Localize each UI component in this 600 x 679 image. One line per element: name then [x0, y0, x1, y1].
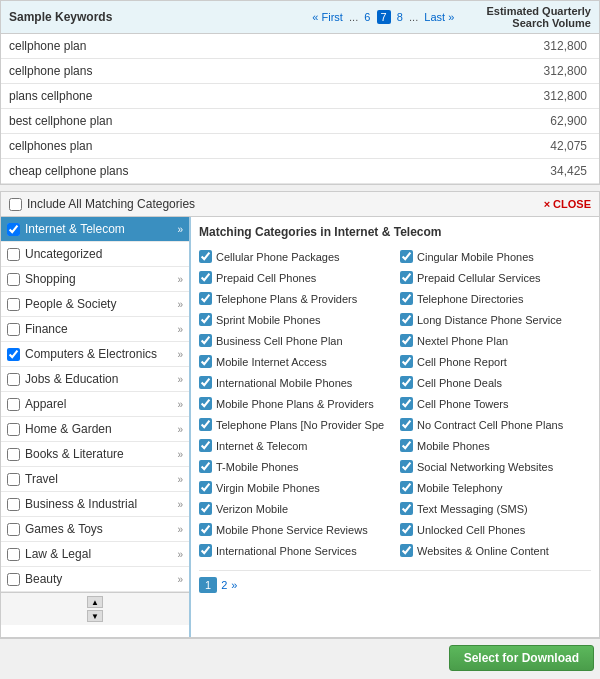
- sidebar-item-home-garden[interactable]: Home & Garden »: [1, 417, 189, 442]
- rp-page1[interactable]: 1: [199, 577, 217, 593]
- close-button[interactable]: × CLOSE: [544, 198, 591, 210]
- matching-checkbox[interactable]: [199, 418, 212, 431]
- dots2: ...: [409, 11, 418, 23]
- matching-item: Mobile Phone Plans & Providers: [199, 394, 390, 413]
- matching-checkbox[interactable]: [400, 418, 413, 431]
- sidebar-checkbox-beauty[interactable]: [7, 573, 20, 586]
- sidebar-item-law-legal[interactable]: Law & Legal »: [1, 542, 189, 567]
- matching-checkbox[interactable]: [199, 334, 212, 347]
- matching-checkbox[interactable]: [400, 250, 413, 263]
- sidebar-item-games-toys[interactable]: Games & Toys »: [1, 517, 189, 542]
- page7-current[interactable]: 7: [377, 10, 391, 24]
- matching-checkbox[interactable]: [199, 292, 212, 305]
- sidebar-checkbox-internet-telecom[interactable]: [7, 223, 20, 236]
- sidebar-checkbox-people-society[interactable]: [7, 298, 20, 311]
- right-panel: Matching Categories in Internet & Teleco…: [191, 217, 599, 637]
- matching-checkbox[interactable]: [199, 544, 212, 557]
- sidebar-checkbox-uncategorized[interactable]: [7, 248, 20, 261]
- last-page-link[interactable]: Last »: [424, 11, 454, 23]
- arrow-icon: »: [177, 399, 183, 410]
- matching-item: No Contract Cell Phone Plans: [400, 415, 591, 434]
- matching-checkbox[interactable]: [400, 292, 413, 305]
- matching-checkbox[interactable]: [199, 460, 212, 473]
- matching-checkbox[interactable]: [199, 502, 212, 515]
- sidebar-checkbox-finance[interactable]: [7, 323, 20, 336]
- matching-item-text: Cingular Mobile Phones: [417, 251, 534, 263]
- matching-checkbox[interactable]: [400, 439, 413, 452]
- first-page-link[interactable]: « First: [312, 11, 343, 23]
- sidebar-item-beauty[interactable]: Beauty »: [1, 567, 189, 592]
- matching-checkbox[interactable]: [400, 376, 413, 389]
- matching-checkbox[interactable]: [400, 544, 413, 557]
- sidebar-item-internet-telecom[interactable]: Internet & Telecom »: [1, 217, 189, 242]
- matching-checkbox[interactable]: [400, 271, 413, 284]
- matching-checkbox[interactable]: [199, 481, 212, 494]
- matching-item: Mobile Internet Access: [199, 352, 390, 371]
- matching-checkbox[interactable]: [199, 439, 212, 452]
- sidebar-checkbox-shopping[interactable]: [7, 273, 20, 286]
- sidebar-item-travel[interactable]: Travel »: [1, 467, 189, 492]
- matching-checkbox[interactable]: [400, 460, 413, 473]
- matching-checkbox[interactable]: [400, 523, 413, 536]
- matching-checkbox[interactable]: [400, 334, 413, 347]
- sidebar-item-finance[interactable]: Finance »: [1, 317, 189, 342]
- matching-checkbox[interactable]: [199, 250, 212, 263]
- matching-item-text: Long Distance Phone Service: [417, 314, 562, 326]
- sidebar-item-uncategorized[interactable]: Uncategorized: [1, 242, 189, 267]
- page8-link[interactable]: 8: [397, 11, 403, 23]
- sidebar-checkbox-travel[interactable]: [7, 473, 20, 486]
- matching-item: Telephone Plans & Providers: [199, 289, 390, 308]
- matching-item-text: Virgin Mobile Phones: [216, 482, 320, 494]
- rp-next-link[interactable]: »: [231, 579, 237, 591]
- include-all-label[interactable]: Include All Matching Categories: [9, 197, 195, 211]
- sidebar-checkbox-computers-electronics[interactable]: [7, 348, 20, 361]
- matching-checkbox[interactable]: [400, 313, 413, 326]
- include-all-checkbox[interactable]: [9, 198, 22, 211]
- sidebar-item-shopping[interactable]: Shopping »: [1, 267, 189, 292]
- sidebar-checkbox-business-industrial[interactable]: [7, 498, 20, 511]
- matching-item-text: Mobile Phone Plans & Providers: [216, 398, 374, 410]
- sidebar-checkbox-apparel[interactable]: [7, 398, 20, 411]
- sidebar-item-computers-electronics[interactable]: Computers & Electronics »: [1, 342, 189, 367]
- matching-checkbox[interactable]: [400, 397, 413, 410]
- sidebar-checkbox-jobs-education[interactable]: [7, 373, 20, 386]
- sidebar-label-apparel: Apparel: [25, 397, 177, 411]
- matching-checkbox[interactable]: [199, 397, 212, 410]
- matching-item: International Mobile Phones: [199, 373, 390, 392]
- table-row: cellphone plan 312,800: [1, 34, 599, 59]
- sidebar-checkbox-books-literature[interactable]: [7, 448, 20, 461]
- matching-checkbox[interactable]: [199, 376, 212, 389]
- keywords-title: Sample Keywords: [9, 10, 312, 24]
- sidebar-item-books-literature[interactable]: Books & Literature »: [1, 442, 189, 467]
- download-button[interactable]: Select for Download: [449, 645, 594, 671]
- volume-cell: 312,800: [408, 34, 599, 59]
- matching-checkbox[interactable]: [199, 313, 212, 326]
- sidebar-checkbox-law-legal[interactable]: [7, 548, 20, 561]
- rp-page2-link[interactable]: 2: [221, 579, 227, 591]
- arrow-icon: »: [177, 549, 183, 560]
- matching-checkbox[interactable]: [199, 355, 212, 368]
- include-all-text: Include All Matching Categories: [27, 197, 195, 211]
- scroll-up-btn[interactable]: ▲: [87, 596, 103, 608]
- table-row: cheap cellphone plans 34,425: [1, 159, 599, 184]
- scroll-down-btn[interactable]: ▼: [87, 610, 103, 622]
- page6-link[interactable]: 6: [364, 11, 370, 23]
- sidebar-item-business-industrial[interactable]: Business & Industrial »: [1, 492, 189, 517]
- matching-checkbox[interactable]: [199, 523, 212, 536]
- matching-checkbox[interactable]: [400, 502, 413, 515]
- sidebar-item-apparel[interactable]: Apparel »: [1, 392, 189, 417]
- arrow-icon: »: [177, 474, 183, 485]
- arrow-icon: »: [177, 324, 183, 335]
- scroll-controls: ▲ ▼: [1, 592, 189, 625]
- sidebar-item-jobs-education[interactable]: Jobs & Education »: [1, 367, 189, 392]
- matching-checkbox[interactable]: [199, 271, 212, 284]
- sidebar-label-home-garden: Home & Garden: [25, 422, 177, 436]
- matching-item: T-Mobile Phones: [199, 457, 390, 476]
- matching-checkbox[interactable]: [400, 481, 413, 494]
- sidebar-checkbox-games-toys[interactable]: [7, 523, 20, 536]
- sidebar-item-people-society[interactable]: People & Society »: [1, 292, 189, 317]
- sidebar-label-travel: Travel: [25, 472, 177, 486]
- matching-checkbox[interactable]: [400, 355, 413, 368]
- matching-item: Mobile Phone Service Reviews: [199, 520, 390, 539]
- sidebar-checkbox-home-garden[interactable]: [7, 423, 20, 436]
